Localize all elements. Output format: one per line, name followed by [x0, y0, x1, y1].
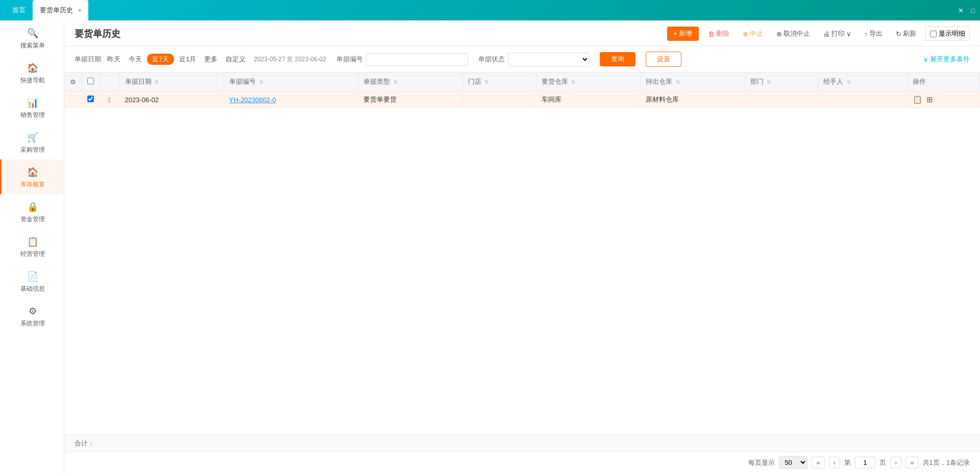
- suspend-icon: ⊗: [743, 30, 748, 38]
- row-req-warehouse: 车间库: [536, 91, 641, 108]
- sidebar-label-quick-nav: 快捷导航: [20, 76, 45, 85]
- sidebar-label-purchase: 采购管理: [20, 146, 45, 154]
- date-range-display: 2023-05-27 至 2023-06-02: [254, 55, 326, 64]
- row-doc-no: YH-20230602-0: [224, 91, 358, 108]
- page-size-select[interactable]: 50 10 20 100: [779, 456, 807, 469]
- row-pending-warehouse: 原材料仓库: [641, 91, 745, 108]
- sidebar-item-purchase[interactable]: 🛒 采购管理: [0, 125, 64, 159]
- col-check: [82, 73, 99, 91]
- sort-store-icon[interactable]: ⇅: [484, 79, 488, 85]
- pagination-bar: 每页显示 50 10 20 100 « ‹ 第 页 › » 共1页，1条记录: [64, 452, 980, 473]
- print-chevron-icon: ∨: [846, 30, 851, 38]
- col-num: [99, 73, 119, 91]
- sidebar-label-operations: 经营管理: [20, 250, 45, 258]
- last-page-btn[interactable]: »: [905, 457, 918, 468]
- top-bar-right: ✕ □: [958, 7, 975, 14]
- suspend-button[interactable]: ⊗ 中止: [739, 27, 767, 40]
- sort-req-warehouse-icon[interactable]: ⇅: [571, 79, 575, 85]
- sort-doc-type-icon[interactable]: ⇅: [394, 79, 398, 85]
- sidebar-label-search-menu: 搜索菜单: [20, 41, 45, 50]
- date-btn-yesterday[interactable]: 昨天: [104, 54, 124, 65]
- page-title: 要货单历史: [75, 28, 120, 45]
- tab-home[interactable]: 首页: [5, 0, 33, 20]
- export-button[interactable]: ↑ 导出: [861, 27, 887, 40]
- display-detail-checkbox[interactable]: [930, 31, 937, 37]
- table-row[interactable]: 1 2023-06-02 YH-20230602-0 要货单要货 车间库 原材料…: [64, 91, 980, 108]
- delete-op-btn[interactable]: ⊞: [926, 95, 933, 104]
- sidebar: 🔍 搜索菜单 🏠 快捷导航 📊 销售管理 🛒 采购管理 🏠 库存核算 🔒 资金管…: [0, 20, 64, 473]
- toolbar: + 新增 🗑 删除 ⊗ 中止 ⊗ 取消中止 🖨 打印 ∨: [667, 27, 970, 46]
- page-input[interactable]: [855, 457, 875, 468]
- col-doc-no: 单据编号 ⇅: [224, 73, 358, 91]
- sort-dept-icon[interactable]: ⇅: [767, 79, 771, 85]
- doc-no-label: 单据编号: [336, 55, 363, 64]
- top-bar: 首页 要货单历史 × ✕ □: [0, 0, 980, 20]
- sidebar-item-search-menu[interactable]: 🔍 搜索菜单: [0, 20, 64, 55]
- row-doc-type: 要货单要货: [358, 91, 463, 108]
- bottom-bar: 合计：: [64, 435, 980, 452]
- inventory-icon: 🏠: [27, 167, 38, 178]
- print-icon: 🖨: [823, 30, 830, 38]
- prev-page-btn[interactable]: ‹: [829, 457, 840, 468]
- window-close-btn[interactable]: ✕: [958, 7, 964, 14]
- date-btn-recent1m[interactable]: 近1月: [176, 54, 199, 65]
- display-detail-button[interactable]: 显示明细: [925, 27, 970, 41]
- query-button[interactable]: 查询: [600, 52, 635, 66]
- sidebar-item-inventory[interactable]: 🏠 库存核算: [0, 159, 64, 194]
- row-dept: [745, 91, 818, 108]
- sidebar-item-basic-info[interactable]: 📄 基础信息: [0, 264, 64, 298]
- page-size-label: 每页显示: [748, 458, 775, 467]
- sidebar-item-system[interactable]: ⚙ 系统管理: [0, 298, 64, 333]
- purchase-icon: 🛒: [27, 132, 38, 143]
- expand-filter-button[interactable]: ∨ 展开更多条件: [923, 55, 970, 64]
- doc-no-input[interactable]: [366, 53, 468, 66]
- sort-pending-warehouse-icon[interactable]: ⇅: [676, 79, 680, 85]
- col-doc-type: 单据类型 ⇅: [358, 73, 463, 91]
- date-btn-more[interactable]: 更多: [201, 54, 220, 65]
- sidebar-label-system: 系统管理: [20, 319, 45, 328]
- col-req-warehouse: 要货仓库 ⇅: [536, 73, 641, 91]
- date-btn-custom[interactable]: 自定义: [223, 54, 249, 65]
- add-button[interactable]: + 新增: [667, 27, 698, 41]
- row-ops: 📋 ⊞: [907, 91, 979, 108]
- cancel-suspend-icon: ⊗: [776, 30, 782, 38]
- select-all-checkbox[interactable]: [87, 78, 94, 84]
- col-ops: 操作: [907, 73, 979, 91]
- doc-no-link[interactable]: YH-20230602-0: [229, 96, 276, 104]
- next-page-btn[interactable]: ›: [890, 457, 901, 468]
- sort-handler-icon[interactable]: ⇅: [847, 79, 851, 85]
- sort-doc-no-icon[interactable]: ⇅: [259, 79, 263, 85]
- sidebar-item-finance[interactable]: 🔒 资金管理: [0, 194, 64, 229]
- refresh-button[interactable]: ↻ 刷新: [892, 27, 920, 40]
- sidebar-label-finance: 资金管理: [20, 215, 45, 224]
- tab-close-icon[interactable]: ×: [78, 7, 81, 13]
- sort-doc-date-icon[interactable]: ⇅: [155, 79, 159, 85]
- col-pending-warehouse: 待出仓库 ⇅: [641, 73, 745, 91]
- sidebar-item-operations[interactable]: 📋 经营管理: [0, 229, 64, 264]
- row-checkbox[interactable]: [87, 96, 94, 102]
- delete-icon: 🗑: [708, 30, 715, 38]
- sales-icon: 📊: [27, 97, 38, 108]
- print-button[interactable]: 🖨 打印 ∨: [819, 27, 855, 40]
- delete-button[interactable]: 🗑 删除: [704, 27, 733, 40]
- tab-home-label: 首页: [12, 6, 26, 15]
- page-header: 要货单历史 + 新增 🗑 删除 ⊗ 中止 ⊗ 取消中止 🖨 打印: [64, 20, 980, 46]
- finance-icon: 🔒: [27, 201, 38, 212]
- total-info: 共1页，1条记录: [923, 458, 970, 467]
- sidebar-item-sales[interactable]: 📊 销售管理: [0, 90, 64, 125]
- first-page-btn[interactable]: «: [812, 457, 824, 468]
- sidebar-item-quick-nav[interactable]: 🏠 快捷导航: [0, 55, 64, 90]
- date-btn-recent7[interactable]: 近7天: [147, 54, 174, 65]
- settings-button[interactable]: 设置: [646, 52, 681, 67]
- edit-op-btn[interactable]: 📋: [913, 95, 922, 104]
- filter-group-doc-date: 单据日期 昨天 今天 近7天 近1月 更多 自定义 2023-05-27 至 2…: [75, 54, 326, 65]
- operations-icon: 📋: [27, 236, 38, 247]
- main-layout: 🔍 搜索菜单 🏠 快捷导航 📊 销售管理 🛒 采购管理 🏠 库存核算 🔒 资金管…: [0, 20, 980, 473]
- page-label: 第: [844, 458, 851, 467]
- col-doc-date: 单据日期 ⇅: [119, 73, 224, 91]
- status-select[interactable]: [508, 53, 590, 66]
- tab-requisition-history[interactable]: 要货单历史 ×: [33, 0, 88, 20]
- date-btn-today[interactable]: 今天: [126, 54, 145, 65]
- window-maximize-btn[interactable]: □: [971, 7, 975, 14]
- cancel-suspend-button[interactable]: ⊗ 取消中止: [772, 27, 814, 40]
